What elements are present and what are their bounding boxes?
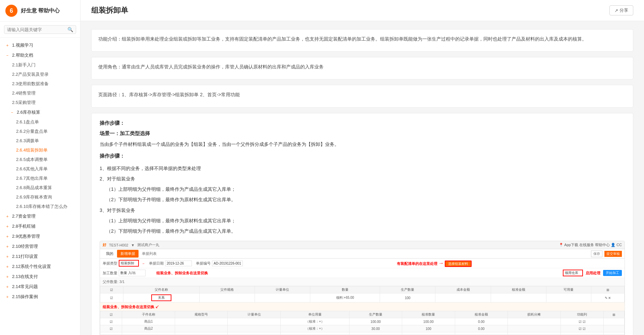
sidebar-item-s2-6-7[interactable]: 2.6.7其他出库单: [0, 174, 80, 183]
sc-table-upper-label: 父件数量: 3/1: [100, 278, 625, 286]
sc-lower-row3: [100, 332, 625, 335]
sidebar-item-label: 2.10经营管理: [12, 243, 38, 249]
sidebar-item-s2-4[interactable]: 2.4销售管理: [0, 89, 80, 98]
sc-dropdown-icon: ▼: [131, 243, 135, 247]
scenario1-desc: 当由多个子件材料组装成一个成品的业务为【组装】业务，当由一个父件拆分成多个子产品…: [100, 140, 625, 149]
brand-name: 好生意 帮助中心: [21, 7, 60, 14]
sidebar-item-s2-3[interactable]: 2.3使用前数据准备: [0, 79, 80, 89]
sc-lth-spec: 规格型号: [175, 311, 228, 318]
sidebar-item-s1[interactable]: ＋ 1.视频学习: [0, 40, 80, 50]
sidebar-item-s2-6-1[interactable]: 2.6.1盘点单: [0, 117, 80, 127]
sc-annotation1: 有装配清单的在这里处理: [397, 262, 437, 266]
sidebar-item-s2-6-3[interactable]: 2.6.3调拨单: [0, 136, 80, 146]
search-input[interactable]: [7, 27, 67, 32]
sc-td-avail: [546, 293, 591, 302]
step1: 1、根据不同的业务，选择不同单据的类型来处理: [100, 164, 625, 173]
sc-store-name: 测试商户一丸: [137, 242, 159, 247]
sidebar-item-s2-9[interactable]: ＋ 2.9优惠券管理: [0, 231, 80, 241]
sc-save-btn[interactable]: 保存: [591, 250, 602, 257]
sc-tabbar: 我的 新增单据 单据列表 保存 提交审核: [100, 249, 625, 259]
sc-tab-list2[interactable]: 单据列表: [139, 250, 160, 258]
sc-submit-btn[interactable]: 提交审核: [604, 251, 622, 257]
sidebar-item-s2-6-10[interactable]: 2.6.10库存账本错了怎么办: [0, 202, 80, 211]
plus-icon: ＋: [5, 294, 10, 300]
sc-field-type: 单据类型 组装拆卸 →: [103, 260, 145, 267]
sc-td-check: ☑: [100, 293, 123, 302]
sc-td-name: 关系: [123, 293, 200, 302]
step2: 2、对于组装业务: [100, 175, 625, 183]
sc-th-cost: 成本金额: [435, 286, 491, 293]
sc-th-avail: 可用量: [546, 286, 591, 293]
sidebar-item-s2-6-5[interactable]: 2.6.5成本调整单: [0, 155, 80, 164]
sidebar-item-s2-1[interactable]: 2.1新手入门: [0, 60, 80, 70]
sidebar-item-s2-6-9[interactable]: 2.6.9库存账本查询: [0, 192, 80, 202]
sc-bom-btn[interactable]: 选择组装材料: [445, 261, 472, 267]
sc-th-parent-spec: 父件规格: [200, 286, 255, 293]
sidebar-item-s2-5[interactable]: 2.5采购管理: [0, 98, 80, 107]
sc-td-cost: [435, 293, 491, 302]
sc-lth-name: 子件名称: [122, 311, 175, 318]
content-area: 功能介绍：组装拆卸单用来处理企业组装或拆卸等加工业务，支持有固定装配清单的产品加…: [80, 21, 644, 335]
sidebar-item-label: 2.帮助文档: [12, 52, 33, 58]
sc-store-id: TEST-H002: [109, 243, 128, 247]
sc-process-area: 领用仓库 启用处理 开始加工: [563, 270, 622, 276]
plus-icon: ＋: [5, 254, 10, 260]
sidebar-item-s2-2[interactable]: 2.2产品安装及登录: [0, 70, 80, 79]
sidebar-item-s2-6-4[interactable]: 2.6.4组装拆卸单: [0, 146, 80, 155]
sidebar-item-s2-15[interactable]: ＋ 2.15操作案例: [0, 292, 80, 302]
sc-annotation3: 组装业务、拆卸业务在这里切换: [156, 271, 208, 276]
sidebar-item-s2-13[interactable]: ＋ 2.13在线支付: [0, 272, 80, 282]
page-title: 组装拆卸单: [91, 5, 128, 15]
sc-th-qty: 数量: [310, 286, 380, 293]
sc-qty-val[interactable]: 数量 入/出: [119, 270, 146, 276]
search-box[interactable]: 🔍: [4, 25, 76, 34]
sc-tab-new[interactable]: 新增单据: [117, 250, 139, 258]
step2-1: （1）上部明细为父件明细，最终作为产成品生成其它入库单；: [106, 185, 625, 193]
sidebar-item-label: 2.14常见问题: [12, 284, 38, 290]
sc-lth-unit: 计量单位: [228, 311, 281, 318]
sc-form-row1: 单据类型 组装拆卸 → 单据日期 2019-12-26 单据编号 AD-2019…: [100, 259, 625, 268]
sc-form-row2: 加工数量 数量 入/出 组装业务、拆卸业务在这里切换 领用仓库 启用处理 开始加…: [100, 268, 625, 278]
main-panel: 组装拆卸单 ↗ 分享 功能介绍：组装拆卸单用来处理企业组装或拆卸等加工业务，支持…: [80, 0, 644, 335]
sc-field-date: 单据日期 2019-12-26: [149, 261, 192, 266]
sc-type-input[interactable]: 组装拆卸: [119, 260, 139, 267]
sidebar-item-label: 2.7资金管理: [12, 213, 36, 219]
scenario1-title: 场景一：加工类型选择: [100, 130, 625, 137]
share-button[interactable]: ↗ 分享: [609, 5, 633, 15]
sc-icons-area: 📍 App下载 在线服务 帮助中心 👤 CC: [559, 242, 622, 247]
sidebar-item-s2-6-8[interactable]: 2.6.8商品成本重算: [0, 183, 80, 192]
sidebar-item-s2-7[interactable]: ＋ 2.7资金管理: [0, 211, 80, 221]
sidebar-item-s2-6[interactable]: － 2.6库存核算: [0, 107, 80, 117]
sc-code-label: 单据编号: [196, 261, 211, 266]
arrow-down2: ↙: [155, 304, 159, 309]
plus-icon: ＋: [5, 284, 10, 290]
sidebar-item-s2-6-6[interactable]: 2.6.6其他入库单: [0, 164, 80, 174]
sc-process-btn[interactable]: 开始加工: [603, 270, 622, 276]
sc-code-val[interactable]: AD-20191226-001: [212, 261, 243, 266]
sidebar-item-s2-11[interactable]: ＋ 2.11打印设置: [0, 252, 80, 262]
search-icon[interactable]: 🔍: [67, 27, 73, 32]
sidebar-item-s2-6-2[interactable]: 2.6.2分量盘点单: [0, 127, 80, 136]
plus-icon: ＋: [5, 43, 10, 48]
sidebar-item-s2[interactable]: － 2.帮助文档: [0, 50, 80, 60]
sidebar-item-s2-10[interactable]: ＋ 2.10经营管理: [0, 241, 80, 252]
sc-date-val[interactable]: 2019-12-26: [165, 261, 192, 266]
sc-td-unit: [255, 293, 310, 302]
plus-icon: ＋: [5, 264, 10, 270]
sidebar-item-s2-8[interactable]: ＋ 2.8手机旺辅: [0, 221, 80, 231]
sc-process-input[interactable]: 领用仓库: [563, 270, 583, 276]
step2-2: （2）下部明细为子件明细，最终作为原材料生成其它出库单。: [106, 196, 625, 204]
step3-2: （2）下部明细为子件明细，最终作为产成品生成其它入库单。: [106, 227, 625, 235]
plus-icon: ＋: [5, 244, 10, 249]
minus-icon: －: [10, 110, 15, 115]
sc-action-btns: 保存 提交审核: [591, 249, 622, 258]
search-area: 🔍: [0, 22, 80, 38]
sc-tab-list[interactable]: 我的: [103, 250, 117, 258]
sidebar-item-s2-12[interactable]: ＋ 2.12系统个性化设置: [0, 262, 80, 272]
sc-parent-input[interactable]: 关系: [151, 294, 171, 301]
sidebar-item-s2-14[interactable]: ＋ 2.14常见问题: [0, 282, 80, 292]
sidebar-item-label: 2.9优惠券管理: [12, 233, 40, 239]
sc-field-label: 单据类型: [103, 261, 117, 266]
ops-steps-title: 操作步骤：: [100, 151, 625, 160]
arrow-right: →: [142, 262, 145, 265]
